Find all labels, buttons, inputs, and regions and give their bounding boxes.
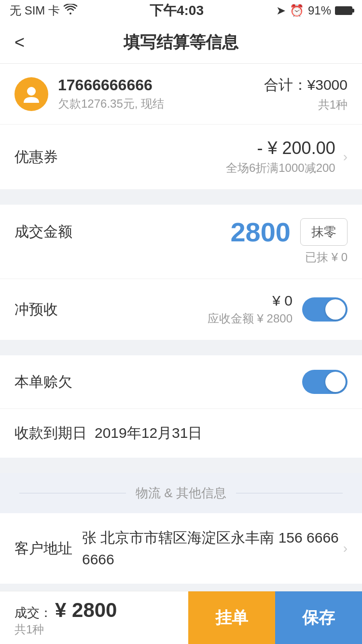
logistics-line-left <box>19 493 126 493</box>
back-button[interactable]: < <box>10 28 29 57</box>
address-label: 客户地址 <box>14 539 72 559</box>
bottom-deal-row: 成交： ¥ 2800 <box>14 599 174 622</box>
status-left: 无 SIM 卡 <box>10 3 77 18</box>
status-right: ➤ ⏰ 91% <box>276 4 352 17</box>
coupon-label: 优惠券 <box>14 147 58 167</box>
bottom-bar: 成交： ¥ 2800 共1种 挂单 保存 <box>0 591 362 644</box>
logistics-divider: 物流 & 其他信息 <box>0 473 362 513</box>
customer-left: 17666666666 欠款1276.35元, 现结 <box>14 76 164 112</box>
coupon-details: - ¥ 200.00 全场6折满1000减200 <box>226 138 335 176</box>
logistics-line-right <box>236 493 343 493</box>
customer-info: 17666666666 欠款1276.35元, 现结 <box>58 76 164 112</box>
pre-collect-label: 冲预收 <box>14 300 58 320</box>
debit-label: 本单赊欠 <box>14 372 72 392</box>
due-date-label: 收款到期日 <box>14 423 87 443</box>
svg-point-0 <box>27 87 36 96</box>
customer-debt: 欠款1276.35元, 现结 <box>58 96 164 112</box>
wifi-icon <box>64 4 77 17</box>
debit-card: 本单赊欠 收款到期日 2019年12月31日 <box>0 355 362 458</box>
due-date-row: 收款到期日 2019年12月31日 <box>0 408 362 458</box>
bottom-summary: 成交： ¥ 2800 共1种 <box>0 599 188 637</box>
status-time: 下午4:03 <box>150 1 204 20</box>
deal-amount-row: 成交金额 2800 抹零 <box>14 218 348 246</box>
debit-toggle[interactable] <box>302 370 348 394</box>
section-divider-2 <box>0 348 362 355</box>
bottom-deal-amount: ¥ 2800 <box>55 599 117 622</box>
customer-total: 合计：¥3000 共1种 <box>264 75 348 112</box>
battery-icon <box>335 6 352 15</box>
total-count: 共1种 <box>264 97 348 112</box>
logistics-label: 物流 & 其他信息 <box>136 485 226 502</box>
pre-collect-row: 冲预收 ¥ 0 应收金额 ¥ 2800 <box>0 279 362 340</box>
pre-collect-toggle[interactable] <box>302 297 348 322</box>
pre-collect-right: ¥ 0 应收金额 ¥ 2800 <box>208 293 348 326</box>
content-area: 17666666666 欠款1276.35元, 现结 合计：¥3000 共1种 … <box>0 64 362 644</box>
due-date-value: 2019年12月31日 <box>95 423 202 443</box>
hold-button[interactable]: 挂单 <box>188 591 275 644</box>
save-button[interactable]: 保存 <box>275 591 362 644</box>
pre-collect-sub: 应收金额 ¥ 2800 <box>208 311 292 326</box>
battery-label: 91% <box>308 4 331 17</box>
page-title: 填写结算等信息 <box>124 31 238 54</box>
coupon-row[interactable]: 优惠券 - ¥ 200.00 全场6折满1000减200 › <box>0 124 362 189</box>
customer-row: 17666666666 欠款1276.35元, 现结 合计：¥3000 共1种 <box>0 64 362 124</box>
pre-collect-amount: ¥ 0 <box>208 293 292 309</box>
status-bar: 无 SIM 卡 下午4:03 ➤ ⏰ 91% <box>0 0 362 21</box>
coupon-right: - ¥ 200.00 全场6折满1000减200 › <box>226 138 348 176</box>
round-zero-button[interactable]: 抹零 <box>300 218 348 246</box>
customer-phone: 17666666666 <box>58 76 164 94</box>
avatar <box>14 77 48 111</box>
customer-card: 17666666666 欠款1276.35元, 现结 合计：¥3000 共1种 … <box>0 64 362 189</box>
deal-label: 成交金额 <box>14 222 72 242</box>
address-card: 客户地址 张 北京市市辖区海淀区永丰南 156 6666 6666 › <box>0 513 362 584</box>
coupon-amount: - ¥ 200.00 <box>226 138 335 158</box>
deal-amount-section: 成交金额 2800 抹零 已抹 ¥ 0 <box>0 205 362 279</box>
pre-collect-values: ¥ 0 应收金额 ¥ 2800 <box>208 293 292 326</box>
deal-amount-value: 2800 <box>230 219 291 246</box>
section-divider-3 <box>0 465 362 473</box>
alarm-icon: ⏰ <box>290 4 304 17</box>
address-chevron-icon: › <box>343 541 348 556</box>
section-divider-1 <box>0 197 362 205</box>
deal-card: 成交金额 2800 抹零 已抹 ¥ 0 冲预收 ¥ 0 应收金额 ¥ 2800 <box>0 205 362 340</box>
sim-status: 无 SIM 卡 <box>10 3 60 18</box>
bottom-deal-label: 成交： <box>14 604 52 621</box>
coupon-chevron-icon: › <box>343 149 348 165</box>
address-value: 张 北京市市辖区海淀区永丰南 156 6666 6666 <box>82 527 340 570</box>
total-amount: 合计：¥3000 <box>264 75 348 95</box>
location-icon: ➤ <box>276 4 286 17</box>
debit-row: 本单赊欠 <box>0 355 362 408</box>
nav-bar: < 填写结算等信息 <box>0 21 362 64</box>
deal-sub: 已抹 ¥ 0 <box>14 250 348 265</box>
deal-right: 2800 抹零 <box>230 218 348 246</box>
coupon-desc: 全场6折满1000减200 <box>226 160 335 176</box>
address-row[interactable]: 客户地址 张 北京市市辖区海淀区永丰南 156 6666 6666 › <box>0 513 362 584</box>
bottom-deal-count: 共1种 <box>14 622 174 637</box>
